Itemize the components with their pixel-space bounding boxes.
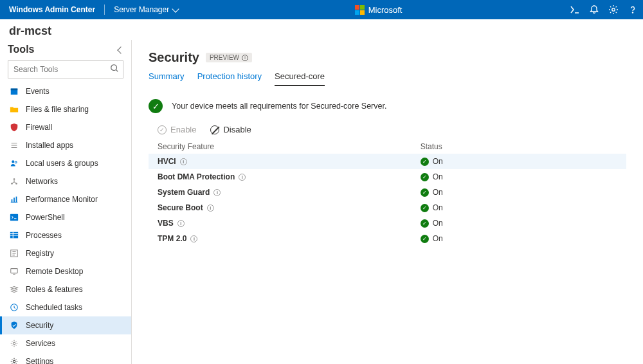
tab-protection-history[interactable]: Protection history xyxy=(197,71,262,86)
svg-rect-12 xyxy=(16,197,17,203)
sidebar-item-label: Settings xyxy=(26,357,53,364)
network-icon xyxy=(9,176,19,187)
page-title: Security xyxy=(149,50,199,65)
sidebar-item-label: Installed apps xyxy=(26,141,73,150)
table-row[interactable]: Secure Booti ✓On xyxy=(149,200,626,215)
sidebar-item-label: Scheduled tasks xyxy=(26,303,82,312)
svg-point-1 xyxy=(632,12,633,13)
top-bar: Windows Admin Center Server Manager Micr… xyxy=(0,0,643,19)
disable-button[interactable]: Disable xyxy=(210,125,251,134)
gear-icon[interactable] xyxy=(608,5,619,15)
info-icon[interactable]: i xyxy=(213,189,221,196)
svg-point-5 xyxy=(12,160,14,163)
sidebar-item-roles-features[interactable]: Roles & features xyxy=(0,280,131,298)
status-cell: ✓On xyxy=(421,188,617,197)
preview-badge: PREVIEW i xyxy=(206,53,252,62)
search-tools[interactable] xyxy=(8,60,123,78)
sidebar-item-security[interactable]: Security xyxy=(0,316,131,334)
col-feature: Security Feature xyxy=(149,140,412,154)
server-name: dr-mcst xyxy=(9,24,51,38)
table-row[interactable]: Boot DMA Protectioni ✓On xyxy=(149,169,626,185)
sidebar-item-registry[interactable]: Registry xyxy=(0,244,131,262)
feature-table: Security Feature Status HVCIi ✓On Boot D… xyxy=(149,140,626,246)
info-icon[interactable]: i xyxy=(180,158,187,165)
status-on-icon: ✓ xyxy=(421,188,429,197)
context-dropdown[interactable]: Server Manager xyxy=(105,5,187,14)
sidebar-item-powershell[interactable]: PowerShell xyxy=(0,208,131,226)
disable-icon xyxy=(210,125,219,134)
status-on-icon: ✓ xyxy=(421,219,429,228)
topbar-center: Microsoft xyxy=(187,5,570,15)
sidebar-item-firewall[interactable]: Firewall xyxy=(0,118,131,136)
svg-point-9 xyxy=(14,178,15,180)
sidebar-item-processes[interactable]: Processes xyxy=(0,226,131,244)
status-on-icon: ✓ xyxy=(421,235,429,243)
chart-icon xyxy=(9,194,19,205)
sidebar-item-installed-apps[interactable]: Installed apps xyxy=(0,136,131,154)
sidebar-item-label: Services xyxy=(26,339,55,348)
sidebar-item-label: Networks xyxy=(26,177,58,186)
table-row[interactable]: VBSi ✓On xyxy=(149,215,626,231)
sidebar-collapse-button[interactable] xyxy=(118,44,123,55)
info-icon[interactable]: i xyxy=(177,220,185,227)
app-name[interactable]: Windows Admin Center xyxy=(0,5,104,14)
table-row[interactable]: TPM 2.0i ✓On xyxy=(149,231,626,246)
feature-name: TPM 2.0i xyxy=(158,234,403,243)
clock-icon xyxy=(9,302,19,313)
svg-point-2 xyxy=(111,65,117,71)
sidebar-item-events[interactable]: Events xyxy=(0,82,131,100)
sidebar-item-scheduled-tasks[interactable]: Scheduled tasks xyxy=(0,298,131,316)
sidebar-item-files-file-sharing[interactable]: Files & file sharing xyxy=(0,100,131,118)
sidebar-item-label: Performance Monitor xyxy=(26,195,98,204)
sidebar-item-settings[interactable]: Settings xyxy=(0,352,131,364)
search-icon xyxy=(110,64,119,75)
tab-secured-core[interactable]: Secured-core xyxy=(275,71,325,86)
info-icon[interactable]: i xyxy=(239,174,246,181)
status-banner: ✓ Your device meets all requirements for… xyxy=(149,99,626,113)
svg-point-6 xyxy=(15,161,17,163)
table-row[interactable]: System Guardi ✓On xyxy=(149,185,626,200)
topbar-left: Windows Admin Center Server Manager xyxy=(0,0,187,19)
banner-text: Your device meets all requirements for S… xyxy=(172,102,386,111)
enable-icon: ✓ xyxy=(158,125,167,134)
microsoft-logo-icon xyxy=(355,5,365,15)
breadcrumb: dr-mcst xyxy=(0,19,643,40)
sidebar-item-networks[interactable]: Networks xyxy=(0,172,131,190)
status-cell: ✓On xyxy=(421,219,617,228)
status-on-icon: ✓ xyxy=(421,173,429,181)
brand-label: Microsoft xyxy=(368,5,403,15)
svg-rect-4 xyxy=(11,89,18,91)
info-icon[interactable]: i xyxy=(207,205,214,212)
svg-rect-13 xyxy=(10,214,18,221)
sidebar-item-services[interactable]: Services xyxy=(0,334,131,352)
sidebar-item-label: Events xyxy=(26,87,50,96)
svg-rect-16 xyxy=(11,269,18,273)
feature-name: Secure Booti xyxy=(158,203,403,212)
list-icon xyxy=(9,140,19,150)
status-cell: ✓On xyxy=(421,203,617,212)
action-bar: ✓ Enable Disable xyxy=(149,122,626,140)
tool-list[interactable]: Events Files & file sharing Firewall Ins… xyxy=(0,82,131,364)
gear-icon xyxy=(9,356,19,364)
main-content: Security PREVIEW i SummaryProtection his… xyxy=(132,40,643,364)
bell-icon[interactable] xyxy=(589,5,599,15)
search-input[interactable] xyxy=(14,65,110,74)
folder-icon xyxy=(9,104,19,114)
info-icon[interactable]: i xyxy=(242,55,248,61)
svg-rect-10 xyxy=(12,199,13,202)
info-icon[interactable]: i xyxy=(190,235,197,242)
svg-point-18 xyxy=(13,342,15,345)
svg-point-19 xyxy=(13,360,15,363)
tab-summary[interactable]: Summary xyxy=(149,71,185,86)
console-icon[interactable] xyxy=(570,5,580,15)
help-icon[interactable] xyxy=(628,5,638,15)
sidebar-item-label: Roles & features xyxy=(26,285,83,294)
table-row[interactable]: HVCIi ✓On xyxy=(149,154,626,169)
sidebar-item-remote-desktop[interactable]: Remote Desktop xyxy=(0,262,131,280)
sidebar-item-label: Security xyxy=(26,321,53,330)
sidebar-item-label: PowerShell xyxy=(26,213,65,222)
registry-icon xyxy=(9,248,19,259)
sidebar-item-performance-monitor[interactable]: Performance Monitor xyxy=(0,190,131,208)
terminal-icon xyxy=(9,212,19,223)
sidebar-item-local-users-groups[interactable]: Local users & groups xyxy=(0,154,131,172)
